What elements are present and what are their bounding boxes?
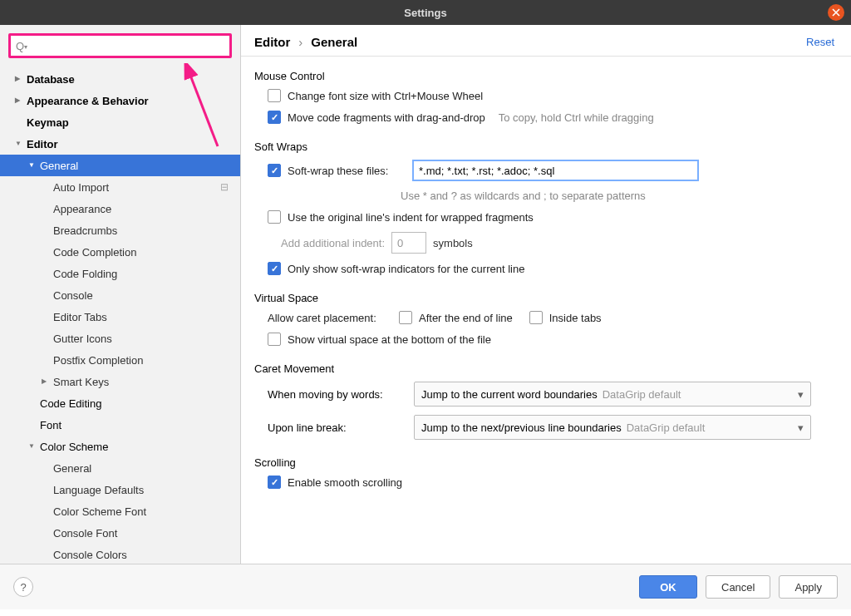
tree-item-label: Auto Import — [53, 181, 109, 194]
search-icon: Q▾ — [16, 40, 27, 52]
tree-item-label: Appearance & Behavior — [27, 95, 149, 107]
label-line-break: Upon line break: — [268, 421, 407, 434]
checkbox-use-original-indent[interactable] — [268, 210, 281, 224]
tree-item-editor-tabs[interactable]: Editor Tabs — [0, 306, 240, 328]
tree-item-editor[interactable]: ▼Editor — [0, 133, 240, 155]
tree-item-label: Gutter Icons — [53, 333, 112, 345]
tree-item-font[interactable]: Font — [0, 414, 240, 436]
settings-body[interactable]: Mouse Control Change font size with Ctrl… — [241, 57, 851, 564]
tree-item-postfix-completion[interactable]: Postfix Completion — [0, 349, 240, 371]
window-title: Settings — [404, 7, 446, 19]
section-virtual-space: Virtual Space — [254, 292, 834, 304]
tree-item-console[interactable]: Console — [0, 284, 240, 306]
chevron-down-icon: ▼ — [28, 161, 37, 170]
checkbox-after-eol[interactable] — [399, 311, 412, 324]
label-by-words: When moving by words: — [268, 388, 407, 401]
checkbox-smooth-scrolling[interactable] — [268, 476, 281, 489]
content-header: Editor › General Reset — [241, 25, 851, 57]
tree-item-console-font[interactable]: Console Font — [0, 522, 240, 544]
chevron-right-icon: ▶ — [42, 377, 50, 386]
checkbox-inside-tabs[interactable] — [529, 311, 543, 324]
tree-item-appearance[interactable]: Appearance — [0, 198, 240, 219]
label-smooth-scrolling: Enable smooth scrolling — [288, 476, 402, 489]
tree-item-appearance-behavior[interactable]: ▶Appearance & Behavior — [0, 90, 240, 111]
tree-item-auto-import[interactable]: Auto Import⊟ — [0, 176, 240, 198]
chevron-down-icon: ▼ — [28, 442, 37, 451]
close-button[interactable] — [828, 4, 844, 21]
chevron-down-icon: ▼ — [15, 140, 23, 148]
label-symbols: symbols — [433, 237, 473, 249]
cancel-button[interactable]: Cancel — [706, 575, 770, 599]
reset-link[interactable]: Reset — [806, 36, 834, 48]
label-show-virtual-space: Show virtual space at the bottom of the … — [288, 333, 491, 346]
checkbox-only-current-line[interactable] — [268, 262, 281, 275]
tree-item-label: Code Editing — [40, 397, 101, 410]
section-soft-wraps: Soft Wraps — [254, 140, 834, 153]
checkbox-change-font-size[interactable] — [268, 89, 281, 102]
tree-item-smart-keys[interactable]: ▶Smart Keys — [0, 371, 240, 392]
dropdown-line-break-value: Jump to the next/previous line boundarie… — [421, 421, 622, 434]
footer: ? OK Cancel Apply — [0, 564, 851, 609]
tree-item-color-scheme[interactable]: ▼Color Scheme — [0, 436, 240, 457]
tree-item-label: Smart Keys — [53, 376, 109, 388]
checkbox-soft-wrap-files[interactable] — [268, 164, 281, 177]
label-use-original-indent: Use the original line's indent for wrapp… — [288, 211, 534, 224]
label-move-code-fragments: Move code fragments with drag-and-drop — [288, 111, 485, 124]
chevron-down-icon: ▾ — [798, 421, 804, 434]
tree-item-label: Keymap — [27, 116, 69, 129]
section-mouse-control: Mouse Control — [254, 70, 834, 82]
section-caret-movement: Caret Movement — [254, 362, 834, 375]
checkbox-show-virtual-space[interactable] — [268, 333, 281, 346]
input-additional-indent — [391, 232, 426, 254]
tree-item-general[interactable]: ▼General — [0, 155, 240, 176]
dropdown-by-words[interactable]: Jump to the current word boundaries Data… — [414, 382, 811, 407]
apply-button[interactable]: Apply — [779, 575, 838, 599]
hint-move-code: To copy, hold Ctrl while dragging — [499, 111, 654, 124]
search-input[interactable] — [29, 40, 224, 52]
tree-item-label: Language Defaults — [53, 484, 144, 496]
breadcrumb-root[interactable]: Editor — [254, 35, 290, 49]
tree-item-keymap[interactable]: Keymap — [0, 111, 240, 133]
ok-button[interactable]: OK — [639, 575, 697, 599]
tree-item-general[interactable]: General — [0, 457, 240, 479]
label-additional-indent: Add additional indent: — [281, 237, 385, 249]
sidebar: Q▾ ▶Database▶Appearance & BehaviorKeymap… — [0, 25, 241, 564]
tree-item-code-completion[interactable]: Code Completion — [0, 241, 240, 263]
close-icon — [832, 8, 840, 17]
tree-item-code-folding[interactable]: Code Folding — [0, 263, 240, 284]
tree-item-label: General — [53, 462, 91, 475]
tree-item-label: Color Scheme Font — [53, 505, 146, 518]
label-inside-tabs: Inside tabs — [549, 312, 602, 324]
settings-tree[interactable]: ▶Database▶Appearance & BehaviorKeymap▼Ed… — [0, 67, 240, 564]
tree-item-label: Font — [40, 419, 61, 431]
tree-item-database[interactable]: ▶Database — [0, 68, 240, 90]
checkbox-move-code-fragments[interactable] — [268, 111, 281, 124]
search-box[interactable]: Q▾ — [8, 33, 232, 58]
chevron-down-icon: ▾ — [798, 388, 804, 401]
tree-item-console-colors[interactable]: Console Colors — [0, 544, 240, 564]
label-change-font-size: Change font size with Ctrl+Mouse Wheel — [288, 90, 483, 102]
tree-item-label: Editor — [27, 138, 58, 150]
dropdown-line-break[interactable]: Jump to the next/previous line boundarie… — [414, 415, 811, 440]
input-soft-wrap-patterns[interactable] — [412, 160, 699, 181]
main-area: Q▾ ▶Database▶Appearance & BehaviorKeymap… — [0, 25, 851, 564]
search-wrap: Q▾ — [0, 25, 240, 67]
hint-wildcards: Use * and ? as wildcards and ; to separa… — [401, 190, 834, 202]
tree-item-label: Breadcrumbs — [53, 224, 117, 237]
tree-item-breadcrumbs[interactable]: Breadcrumbs — [0, 219, 240, 241]
tree-item-label: Console — [53, 289, 93, 302]
tree-item-label: Editor Tabs — [53, 311, 107, 323]
tree-item-label: Database — [27, 73, 75, 86]
tree-item-label: Code Folding — [53, 268, 117, 280]
tree-item-code-editing[interactable]: Code Editing — [0, 392, 240, 414]
dropdown-line-break-suffix: DataGrip default — [627, 421, 706, 434]
tree-item-label: Appearance — [53, 203, 111, 215]
breadcrumb: Editor › General — [254, 35, 357, 49]
tree-item-color-scheme-font[interactable]: Color Scheme Font — [0, 500, 240, 522]
titlebar: Settings — [0, 0, 851, 25]
dropdown-by-words-value: Jump to the current word boundaries — [421, 388, 598, 401]
tree-item-gutter-icons[interactable]: Gutter Icons — [0, 328, 240, 349]
help-button[interactable]: ? — [13, 577, 33, 597]
label-only-current-line: Only show soft-wrap indicators for the c… — [288, 263, 524, 275]
tree-item-language-defaults[interactable]: Language Defaults — [0, 479, 240, 500]
